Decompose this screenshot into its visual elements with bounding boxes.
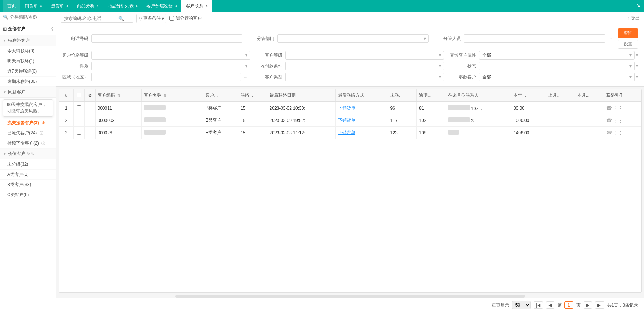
settings-button[interactable]: 设置 (618, 40, 638, 49)
payment-select[interactable] (285, 62, 444, 70)
sort-name-icon[interactable]: ⇅ (164, 93, 166, 97)
td-last-way-0: 下销货单 (335, 102, 388, 114)
more-conditions-btn[interactable]: ▽ 更多条件 ▾ (136, 14, 166, 23)
refresh-icon[interactable]: ↻ (27, 151, 30, 156)
sidebar-search-input[interactable] (10, 15, 53, 20)
th-overdue: 逾期... (417, 89, 446, 102)
tab-customer-contact-close[interactable]: × (205, 4, 208, 8)
row-checkbox-0[interactable] (77, 105, 81, 110)
th-code: 客户编码 ⇅ (95, 89, 142, 102)
sidebar-item-class-a[interactable]: A类客户(1) (0, 170, 56, 180)
tab-sales[interactable]: 销货单 × (20, 0, 47, 12)
sidebar-item-today[interactable]: 今天待联络(0) (0, 46, 56, 56)
first-page-btn[interactable]: |◀ (534, 301, 543, 309)
sidebar-group-pending[interactable]: ▼ 待联络客户 (0, 35, 56, 46)
tab-purchase-close[interactable]: × (66, 4, 68, 8)
td-contact-1: 15 (238, 114, 267, 127)
zero-customer-dropdown-icon[interactable]: ▾ (636, 74, 638, 80)
zero-attr-select-wrap: 全部 (479, 51, 635, 60)
row-checkbox-2[interactable] (77, 130, 81, 135)
tab-customer-layer-close[interactable]: × (175, 4, 177, 8)
sidebar-item-class-c[interactable]: C类客户(6) (0, 190, 56, 200)
churned-info-icon: ⓘ (40, 131, 43, 135)
last-way-link-2[interactable]: 下销货单 (338, 130, 355, 135)
td-name-0 (142, 102, 203, 114)
zero-attr-dropdown-icon[interactable]: ▾ (636, 53, 638, 58)
zero-customer-select[interactable]: 全部 (479, 73, 635, 81)
region-input[interactable] (91, 73, 241, 81)
action-grid-icon-1[interactable]: ⋮⋮ (613, 118, 623, 123)
page-label2: 页 (576, 302, 581, 308)
status-select[interactable] (479, 62, 635, 70)
action-grid-icon-0[interactable]: ⋮⋮ (613, 105, 623, 111)
tab-customer-layer[interactable]: 客户分层经营 × (142, 0, 181, 12)
phone-input[interactable] (91, 34, 242, 43)
search-input[interactable] (64, 16, 118, 21)
tab-customer-contact[interactable]: 客户联系 × (181, 0, 212, 12)
blurred-name (144, 130, 166, 135)
tab-analysis-list[interactable]: 商品分析列表 × (103, 0, 142, 12)
gender-select[interactable] (91, 62, 250, 70)
action-phone-icon-2[interactable]: ☎ (606, 130, 612, 135)
sidebar-item-declining[interactable]: 持续下滑客户(2) ⓘ (0, 138, 56, 149)
last-page-btn[interactable]: ▶| (595, 301, 604, 309)
sort-code-icon[interactable]: ⇅ (117, 93, 120, 97)
action-phone-icon-1[interactable]: ☎ (606, 118, 612, 123)
tab-analysis-close[interactable]: × (97, 4, 99, 8)
td-settings-2 (84, 127, 95, 139)
collapse-icon[interactable]: 《 (49, 26, 53, 32)
sidebar: 🔍 ⊞ 全部客户 《 ▼ 待联络客户 今天待联络(0) 明天待联络(1) 近7天… (0, 12, 56, 312)
tab-analysis-list-label: 商品分析列表 (108, 3, 134, 9)
export-btn[interactable]: ↑ 导出 (628, 15, 640, 21)
customer-level-select[interactable] (285, 51, 444, 60)
scrollbar-thumb[interactable] (175, 295, 525, 298)
close-window-icon[interactable]: ✕ (637, 3, 641, 9)
next-page-btn[interactable]: ▶ (584, 301, 592, 309)
sidebar-item-overdue[interactable]: 逾期未联络(30) (0, 77, 56, 87)
customer-type-select[interactable] (285, 73, 444, 81)
sidebar-all-customers-header[interactable]: ⊞ 全部客户 《 (0, 23, 56, 35)
th-settings[interactable]: ⚙ (84, 89, 95, 102)
prev-page-btn[interactable]: ◀ (546, 301, 554, 309)
sidebar-group-problem[interactable]: ▼ 问题客户 (0, 87, 56, 98)
last-way-link-0[interactable]: 下销货单 (338, 105, 355, 110)
sidebar-item-7days[interactable]: 近7天待联络(0) (0, 66, 56, 77)
price-level-select[interactable] (91, 51, 250, 60)
sidebar-group-value[interactable]: ▼ 价值客户 ↻ ✎ (0, 149, 56, 159)
sidebar-item-churned[interactable]: 已流失客户(24) ⓘ (0, 128, 56, 138)
region-more-dots[interactable]: ··· (241, 74, 250, 80)
zero-attr-select[interactable]: 全部 (479, 51, 635, 60)
edit-icon[interactable]: ✎ (31, 151, 34, 156)
horizontal-scrollbar[interactable] (59, 295, 642, 298)
tab-analysis-list-close[interactable]: × (136, 4, 138, 8)
sidebar-item-ungrouped[interactable]: 未分组(32) (0, 159, 56, 170)
tab-purchase[interactable]: 进货单 × (47, 0, 73, 12)
sidebar-item-churn-warning[interactable]: 流失预警客户(3) ⚠ (0, 118, 56, 128)
last-way-link-1[interactable]: 下销货单 (338, 118, 355, 123)
select-all-checkbox[interactable] (77, 93, 81, 97)
search-submit-icon[interactable]: 🔍 (118, 16, 124, 21)
row-checkbox-1[interactable] (77, 118, 81, 122)
action-grid-icon-2[interactable]: ⋮⋮ (613, 130, 623, 135)
tab-sales-close[interactable]: × (40, 4, 42, 8)
action-phone-icon-0[interactable]: ☎ (606, 105, 612, 111)
query-button[interactable]: 查询 (618, 28, 638, 38)
total-records-label: 共1页，3条记录 (607, 302, 638, 308)
per-page-label: 每页显示 (492, 302, 509, 308)
data-table-container: # ⚙ 客户编码 ⇅ 客户名称 ⇅ 客户... (59, 89, 642, 293)
manager-more-dots[interactable]: ··· (605, 36, 615, 41)
per-page-select[interactable]: 50 10 20 100 (512, 301, 531, 309)
td-unit-contact-1: 3... (446, 114, 511, 127)
dept-select[interactable] (277, 34, 428, 43)
tab-home[interactable]: 首页 (3, 0, 20, 12)
td-checkbox-2 (73, 127, 84, 139)
sidebar-item-tomorrow[interactable]: 明天待联络(1) (0, 56, 56, 66)
sidebar-item-class-b[interactable]: B类客户(33) (0, 180, 56, 190)
filter-bar: 🔍 ▽ 更多条件 ▾ 我分管的客户 ↑ 导出 (56, 12, 644, 25)
manager-input[interactable] (464, 34, 605, 43)
td-category-0: B类客户 (203, 102, 238, 114)
tab-analysis[interactable]: 商品分析 × (73, 0, 103, 12)
td-unit-contact-2 (446, 127, 511, 139)
my-customers-checkbox[interactable] (169, 16, 174, 21)
status-dropdown-icon[interactable]: ▾ (636, 64, 638, 69)
